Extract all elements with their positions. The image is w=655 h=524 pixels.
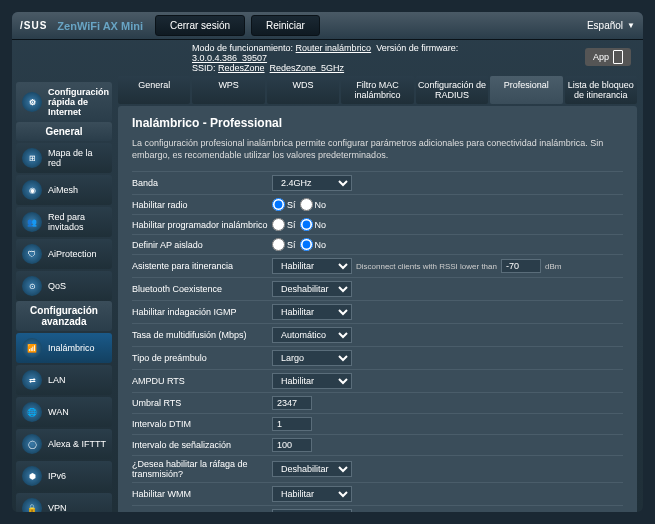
label-rts: Umbral RTS bbox=[132, 398, 272, 408]
label-enable-sched: Habilitar programador inalámbrico bbox=[132, 220, 272, 230]
tab-wds[interactable]: WDS bbox=[267, 76, 339, 104]
vpn-icon: 🔒 bbox=[22, 498, 42, 512]
sidebar-item-qos[interactable]: ⊙QoS bbox=[16, 271, 112, 301]
sidebar-item-vpn[interactable]: 🔒VPN bbox=[16, 493, 112, 512]
radio-sched-yes[interactable] bbox=[272, 218, 285, 231]
sidebar-header-general: General bbox=[16, 122, 112, 141]
ssid1-link[interactable]: RedesZone bbox=[218, 63, 265, 73]
tab-roaming-block[interactable]: Lista de bloqueo de itinerancia bbox=[565, 76, 637, 104]
wmm-select[interactable]: Habilitar bbox=[272, 486, 352, 502]
ssid-label: SSID: bbox=[192, 63, 216, 73]
sidebar-item-alexa[interactable]: ◯Alexa & IFTTT bbox=[16, 429, 112, 459]
bt-coex-select[interactable]: Deshabilitar bbox=[272, 281, 352, 297]
language-select[interactable]: Español ▼ bbox=[587, 20, 635, 31]
firmware-label: Versión de firmware: bbox=[376, 43, 458, 53]
preamble-select[interactable]: Largo bbox=[272, 350, 352, 366]
label-ampdu-rts: AMPDU RTS bbox=[132, 376, 272, 386]
sidebar: ⚙ Configuración rápida de Internet Gener… bbox=[12, 76, 116, 512]
multicast-select[interactable]: Automático bbox=[272, 327, 352, 343]
txburst-select[interactable]: Deshabilitar bbox=[272, 461, 352, 477]
sidebar-item-ipv6[interactable]: ⬢IPv6 bbox=[16, 461, 112, 491]
product-name: ZenWiFi AX Mini bbox=[57, 20, 143, 32]
dtim-input[interactable] bbox=[272, 417, 312, 431]
label-txburst: ¿Desea habilitar la ráfaga de transmisió… bbox=[132, 459, 272, 479]
phone-icon bbox=[613, 50, 623, 64]
shield-icon: 🛡 bbox=[22, 244, 42, 264]
sidebar-item-aimesh[interactable]: ◉AiMesh bbox=[16, 175, 112, 205]
tab-mac-filter[interactable]: Filtro MAC inalámbrico bbox=[341, 76, 413, 104]
label-ap-isolate: Definir AP aislado bbox=[132, 240, 272, 250]
guest-icon: 👥 bbox=[22, 212, 42, 232]
brand-logo: /SUS bbox=[20, 20, 47, 31]
sidebar-quick-setup[interactable]: ⚙ Configuración rápida de Internet bbox=[16, 82, 112, 122]
label-igmp: Habilitar indagación IGMP bbox=[132, 307, 272, 317]
panel-desc: La configuración profesional inalámbrica… bbox=[132, 138, 623, 161]
band-select[interactable]: 2.4GHz bbox=[272, 175, 352, 191]
qos-icon: ⊙ bbox=[22, 276, 42, 296]
label-multicast: Tasa de multidifusión (Mbps) bbox=[132, 330, 272, 340]
label-bt-coex: Bluetooth Coexistence bbox=[132, 284, 272, 294]
roam-hint: Disconnect clients with RSSI lower than bbox=[356, 262, 497, 271]
logout-button[interactable]: Cerrar sesión bbox=[155, 15, 245, 36]
tab-professional[interactable]: Profesional bbox=[490, 76, 562, 104]
mode-value-link[interactable]: Router inalámbrico bbox=[296, 43, 372, 53]
label-dtim: Intervalo DTIM bbox=[132, 419, 272, 429]
firmware-value-link[interactable]: 3.0.0.4.386_39507 bbox=[192, 53, 267, 63]
ssid2-link[interactable]: RedesZone_5GHz bbox=[270, 63, 345, 73]
dbm-label: dBm bbox=[545, 262, 561, 271]
label-roam-assist: Asistente para itinerancia bbox=[132, 261, 272, 271]
sidebar-item-wireless[interactable]: 📶Inalámbrico bbox=[16, 333, 112, 363]
network-icon: ⊞ bbox=[22, 148, 42, 168]
tab-radius[interactable]: Configuración de RADIUS bbox=[416, 76, 488, 104]
chevron-down-icon: ▼ bbox=[627, 21, 635, 30]
roam-assist-select[interactable]: Habilitar bbox=[272, 258, 352, 274]
radio-enable-radio-no[interactable] bbox=[300, 198, 313, 211]
ipv6-icon: ⬢ bbox=[22, 466, 42, 486]
wifi-icon: 📶 bbox=[22, 338, 42, 358]
tab-general[interactable]: General bbox=[118, 76, 190, 104]
sidebar-item-network-map[interactable]: ⊞Mapa de la red bbox=[16, 143, 112, 173]
reboot-button[interactable]: Reiniciar bbox=[251, 15, 320, 36]
tab-wps[interactable]: WPS bbox=[192, 76, 264, 104]
ampdu-rts-select[interactable]: Habilitar bbox=[272, 373, 352, 389]
rts-input[interactable] bbox=[272, 396, 312, 410]
label-beacon: Intervalo de señalización bbox=[132, 440, 272, 450]
wan-icon: 🌐 bbox=[22, 402, 42, 422]
radio-ap-isolate-no[interactable] bbox=[300, 238, 313, 251]
alexa-icon: ◯ bbox=[22, 434, 42, 454]
sidebar-item-guest[interactable]: 👥Red para invitados bbox=[16, 207, 112, 237]
radio-sched-no[interactable] bbox=[300, 218, 313, 231]
radio-ap-isolate-yes[interactable] bbox=[272, 238, 285, 251]
sidebar-header-advanced: Configuración avanzada bbox=[16, 301, 112, 331]
sidebar-item-aiprotection[interactable]: 🛡AiProtection bbox=[16, 239, 112, 269]
igmp-select[interactable]: Habilitar bbox=[272, 304, 352, 320]
roam-rssi-input[interactable] bbox=[501, 259, 541, 273]
sidebar-item-lan[interactable]: ⇄LAN bbox=[16, 365, 112, 395]
beacon-input[interactable] bbox=[272, 438, 312, 452]
settings-panel: Inalámbrico - Professional La configurac… bbox=[118, 106, 637, 512]
label-preamble: Tipo de preámbulo bbox=[132, 353, 272, 363]
label-band: Banda bbox=[132, 178, 272, 188]
globe-icon: ⚙ bbox=[22, 92, 42, 112]
label-wmm: Habilitar WMM bbox=[132, 489, 272, 499]
sidebar-item-wan[interactable]: 🌐WAN bbox=[16, 397, 112, 427]
app-badge[interactable]: App bbox=[585, 48, 631, 66]
mode-label: Modo de funcionamiento: bbox=[192, 43, 293, 53]
mesh-icon: ◉ bbox=[22, 180, 42, 200]
panel-title: Inalámbrico - Professional bbox=[132, 116, 623, 130]
wmm-noack-select[interactable]: Deshabilitar bbox=[272, 509, 352, 512]
lan-icon: ⇄ bbox=[22, 370, 42, 390]
label-enable-radio: Habilitar radio bbox=[132, 200, 272, 210]
radio-enable-radio-yes[interactable] bbox=[272, 198, 285, 211]
